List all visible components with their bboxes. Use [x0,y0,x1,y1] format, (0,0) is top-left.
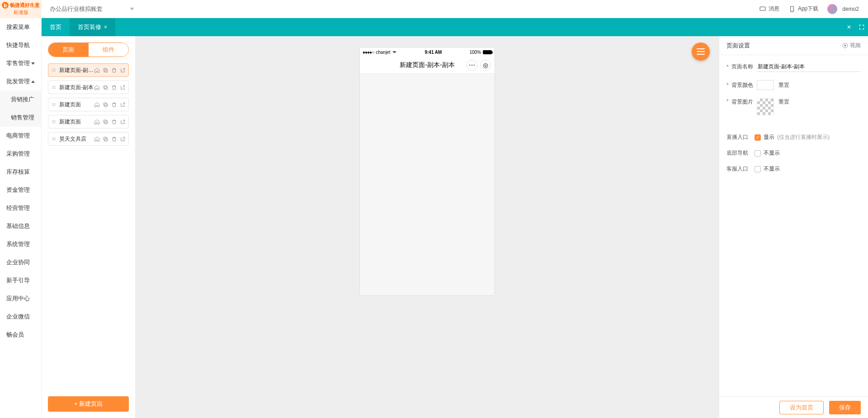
wifi-icon [392,50,397,54]
sidebar-item-8[interactable]: 库存核算 [0,163,41,181]
bg-image-picker[interactable] [757,98,774,115]
set-home-button[interactable]: 设为首页 [779,401,824,414]
new-page-button[interactable]: + 新建页面 [48,396,129,412]
app-download-button[interactable]: App下载 [788,5,818,13]
page-name: 新建页面 [59,101,94,109]
page-name: 新建页面-副本... [59,66,94,74]
del-icon[interactable] [111,67,117,73]
sidebar-item-5[interactable]: 销售管理 [0,109,41,127]
chevron-down-icon [130,8,134,10]
svg-rect-5 [104,86,107,89]
checkbox-live[interactable]: ✓ [755,134,761,141]
home-icon[interactable] [94,102,100,108]
page-item-1[interactable]: 新建页面-副本 [48,81,129,94]
user-menu[interactable]: demo2 [827,4,859,14]
phone-target-icon[interactable]: ◎ [480,60,491,71]
save-button[interactable]: 保存 [829,401,861,414]
org-selector-label: 办公品行业模拟账套 [50,5,103,13]
copy-icon[interactable] [103,136,108,142]
field-live-entry: 直播入口 ✓ 显示 (仅当进行直播时展示) [726,133,861,141]
copy-icon[interactable] [103,85,108,90]
field-bg-color: *背景颜色 重置 [726,80,861,90]
page-item-2[interactable]: 新建页面 [48,98,129,111]
checkbox-kefu[interactable] [755,166,761,172]
del-icon[interactable] [111,102,117,108]
segment-components[interactable]: 组件 [89,43,129,57]
copy-icon[interactable] [103,119,108,125]
battery-percent: 100% [469,50,481,55]
field-kefu: 客服入口 不显示 [726,165,861,173]
sidebar-item-10[interactable]: 经营管理 [0,199,41,217]
sidebar-item-13[interactable]: 企业协同 [0,253,41,271]
phone-status-bar: ●●●●○ chanjet 9:41 AM 100% [360,48,495,57]
ext-icon[interactable] [120,85,126,90]
ext-icon[interactable] [120,136,126,142]
del-icon[interactable] [111,136,117,142]
tab-首页装修[interactable]: 首页装修× [70,18,115,36]
drag-icon [51,119,57,124]
page-name: 昊天文具店 [59,135,94,143]
sidebar-item-1[interactable]: 快捷导航 [0,36,41,54]
phone-icon [788,5,796,13]
page-item-3[interactable]: 新建页面 [48,115,129,128]
messages-label: 消息 [769,5,779,13]
sidebar-item-11[interactable]: 基础信息 [0,217,41,235]
sidebar-item-4[interactable]: 营销推广 [0,90,41,109]
org-selector[interactable]: 办公品行业模拟账套 [50,5,134,13]
close-icon[interactable]: × [104,24,107,30]
svg-rect-9 [104,120,107,123]
ext-icon[interactable] [120,119,126,125]
home-icon[interactable] [94,85,100,90]
copy-icon[interactable] [103,67,108,73]
messages-button[interactable]: 消息 [759,5,779,13]
hamburger-fab[interactable] [692,43,710,61]
del-icon[interactable] [111,85,117,90]
phone-page-title: 新建页面-副本-副本 [400,61,454,69]
copy-icon[interactable] [103,102,108,108]
brand-block: b 畅捷通好生意 标准版 [0,0,42,18]
segment-pages[interactable]: 页面 [48,43,89,57]
del-icon[interactable] [111,119,117,125]
page-item-0[interactable]: 新建页面-副本... [48,63,129,77]
checkbox-nav[interactable] [755,150,761,157]
sidebar-item-9[interactable]: 资金管理 [0,181,41,199]
ext-icon[interactable] [120,102,126,108]
sidebar-item-0[interactable]: 搜索菜单 [0,18,41,36]
home-icon[interactable] [94,119,100,125]
fullscreen-icon[interactable] [855,18,868,36]
page-item-4[interactable]: 昊天文具店 [48,132,129,146]
video-help-link[interactable]: 视频 [842,42,861,49]
home-icon[interactable] [94,67,100,73]
chevron-down-icon [31,62,35,65]
sidebar-item-12[interactable]: 系统管理 [0,235,41,253]
design-canvas: ●●●●○ chanjet 9:41 AM 100% 新建页面-副本-副本 ⋯ [136,36,719,418]
brand-icon: b [2,2,9,9]
sidebar-item-15[interactable]: 应用中心 [0,290,41,308]
sidebar-item-14[interactable]: 新手引导 [0,271,41,290]
svg-rect-4 [104,86,108,90]
reset-bg-color[interactable]: 重置 [778,81,789,89]
carrier-label: chanjet [376,50,390,55]
input-page-name[interactable] [757,62,861,72]
sidebar-item-7[interactable]: 采购管理 [0,145,41,163]
tab-首页[interactable]: 首页 [42,18,70,36]
checkbox-kefu-label: 不显示 [764,165,780,173]
sidebar-item-3[interactable]: 批发管理 [0,72,41,90]
brand-edition: 标准版 [14,9,28,16]
label-bg-image: 背景图片 [731,98,757,106]
label-bg-color: 背景颜色 [731,81,757,89]
sidebar-item-17[interactable]: 畅会员 [0,326,41,344]
svg-rect-0 [760,7,765,10]
bg-color-swatch[interactable] [757,80,774,90]
close-tab-icon[interactable]: ✕ [843,18,855,36]
phone-menu-icon[interactable]: ⋯ [467,60,477,71]
drag-icon [51,67,57,73]
ext-icon[interactable] [120,67,126,73]
phone-body[interactable] [360,74,495,295]
sidebar-item-2[interactable]: 零售管理 [0,54,41,72]
sidebar-item-6[interactable]: 电商管理 [0,127,41,145]
home-icon[interactable] [94,136,100,142]
page-list-panel: 页面 组件 新建页面-副本...新建页面-副本新建页面新建页面昊天文具店 + 新… [42,36,136,418]
reset-bg-image[interactable]: 重置 [778,98,789,106]
sidebar-item-16[interactable]: 企业微信 [0,308,41,326]
